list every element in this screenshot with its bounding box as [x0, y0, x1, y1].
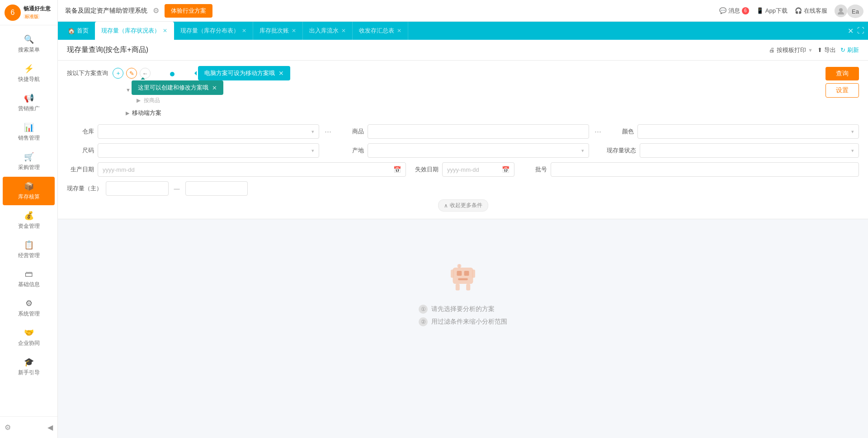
sidebar-item-guide[interactable]: 🎓 新手引导 — [3, 353, 55, 381]
stock-qty-max[interactable] — [185, 181, 248, 196]
tab-inventory-dist[interactable]: 现存量（库存分布表） ✕ — [174, 22, 253, 40]
sidebar-item-search[interactable]: 🔍 搜索菜单 — [3, 30, 55, 58]
scheme-mobile[interactable]: ▶ 移动端方案 — [126, 107, 859, 119]
experience-btn[interactable]: 体验行业方案 — [165, 4, 212, 18]
edit-scheme-btn[interactable]: ✎ — [126, 68, 137, 79]
empty-tip-1: ① 请先选择要分析的方案 — [419, 305, 507, 314]
sidebar: 6 畅通好生意 标准版 🔍 搜索菜单 ⚡ 快捷导航 📢 营销推广 📊 销售管理 … — [0, 0, 58, 438]
guide-icon: 🎓 — [24, 357, 34, 367]
sidebar-logo: 6 畅通好生意 标准版 — [0, 0, 57, 25]
message-badge: 6 — [742, 7, 749, 14]
tab-label: 收发存汇总表 — [359, 27, 394, 35]
tab-inventory-status[interactable]: 现存量（库存状况表） ✕ — [95, 22, 174, 40]
sidebar-item-finance[interactable]: 💰 资金管理 — [3, 206, 55, 235]
marketing-icon: 📢 — [24, 93, 34, 103]
collapse-sidebar-icon[interactable]: ◀ — [46, 421, 55, 433]
collapse-row: ∧ 收起更多条件 — [67, 196, 859, 212]
filter-header: 按以下方案查询 ＋ ✎ ← 电脑方案可设为移动方案哦 ✕ — [67, 68, 859, 79]
close-all-tabs-icon[interactable]: ✕ — [848, 27, 854, 35]
stock-qty-min[interactable] — [106, 181, 169, 196]
refresh-btn[interactable]: ↻ 刷新 — [840, 46, 859, 54]
svg-rect-8 — [472, 270, 475, 278]
batch-input[interactable] — [551, 162, 859, 177]
sidebar-item-sales[interactable]: 📊 销售管理 — [3, 118, 55, 146]
sidebar-item-system[interactable]: ⚙ 系统管理 — [3, 294, 55, 322]
range-separator: — — [172, 185, 182, 192]
headset-icon: 🎧 — [795, 7, 802, 14]
message-btn[interactable]: 💬 消息 6 — [719, 7, 749, 15]
sidebar-item-label: 采购管理 — [18, 164, 40, 171]
home-icon: 🏠 — [68, 28, 75, 34]
field-batch: 批号 — [520, 162, 859, 177]
sidebar-item-purchase[interactable]: 🛒 采购管理 — [3, 147, 55, 176]
avatar — [835, 5, 847, 17]
tab-close-icon[interactable]: ✕ — [397, 28, 401, 34]
sidebar-item-inventory[interactable]: 📦 库存核算 — [3, 177, 55, 205]
goods-select[interactable] — [368, 124, 589, 139]
scheme-pc[interactable]: ▼ 电脑端方案 — [126, 84, 859, 96]
sidebar-item-basic[interactable]: 🗃 基础信息 — [3, 265, 55, 293]
print-label: 按模板打印 — [777, 46, 806, 54]
tab-close-icon[interactable]: ✕ — [292, 28, 296, 34]
tab-close-icon[interactable]: ✕ — [341, 28, 346, 34]
sidebar-item-enterprise[interactable]: 🤝 企业协同 — [3, 323, 55, 352]
tip-num-2: ② — [419, 317, 428, 326]
expand-tabs-icon[interactable]: ⛶ — [857, 27, 864, 35]
warehouse-more-icon[interactable]: ··· — [325, 127, 331, 137]
sidebar-item-label: 快捷导航 — [18, 75, 40, 83]
field-expire-date: 失效日期 yyyy-mm-dd 📅 — [411, 162, 514, 177]
goods-more-icon[interactable]: ··· — [594, 127, 601, 137]
origin-select[interactable]: ▾ — [368, 143, 589, 158]
home-label: 首页 — [77, 27, 89, 35]
app-download-btn[interactable]: 📱 App下载 — [756, 7, 788, 15]
sidebar-item-label: 销售管理 — [18, 134, 40, 142]
tab-batch-account[interactable]: 库存批次账 ✕ — [253, 22, 303, 40]
add-scheme-btn[interactable]: ＋ — [113, 68, 123, 79]
edit-tooltip-close[interactable]: ✕ — [212, 85, 217, 91]
stock-qty-label: 现存量（主） — [67, 184, 102, 193]
tab-close-icon[interactable]: ✕ — [163, 28, 167, 34]
expire-date-start[interactable]: yyyy-mm-dd 📅 — [442, 162, 514, 177]
size-select[interactable]: ▾ — [98, 143, 319, 158]
field-size: 尺码 ▾ — [67, 143, 319, 158]
chevron-down-icon: ▾ — [311, 129, 314, 135]
settings-icon[interactable]: ⚙ — [153, 6, 159, 15]
sidebar-item-operation[interactable]: 📋 经营管理 — [3, 235, 55, 264]
tab-label: 现存量（库存状况表） — [101, 27, 160, 35]
purchase-icon: 🛒 — [24, 152, 34, 162]
collapse-btn[interactable]: ∧ 收起更多条件 — [438, 199, 488, 212]
tab-inout-flow[interactable]: 出入库流水 ✕ — [303, 22, 353, 40]
color-select[interactable]: ▾ — [637, 124, 859, 139]
field-prod-date: 生产日期 yyyy-mm-dd 📅 — [67, 162, 406, 177]
message-label: 消息 — [728, 7, 740, 15]
finance-icon: 💰 — [24, 211, 34, 221]
settings-bottom-icon[interactable]: ⚙ — [3, 421, 13, 433]
sidebar-bottom: ⚙ ◀ — [0, 416, 57, 438]
tab-close-icon[interactable]: ✕ — [242, 28, 246, 34]
tab-summary[interactable]: 收发存汇总表 ✕ — [353, 22, 408, 40]
sidebar-item-marketing[interactable]: 📢 营销推广 — [3, 89, 55, 117]
online-support-btn[interactable]: 🎧 在线客服 — [795, 7, 827, 15]
tab-label: 出入库流水 — [309, 27, 339, 35]
query-btn[interactable]: 查询 — [826, 67, 859, 80]
chevron-right-icon: ▼ — [126, 87, 131, 93]
chevron-down-icon: ▼ — [808, 47, 813, 53]
scheme-dot-indicator — [170, 72, 175, 76]
field-stock-status: 现存量状态 ▾ — [607, 143, 859, 158]
empty-tip-2: ② 用过滤条件来缩小分析范围 — [419, 317, 507, 326]
field-goods: 商品 — [337, 124, 589, 139]
filter-row-1: 仓库 ▾ ··· 商品 ··· — [67, 124, 859, 139]
prod-date-start[interactable]: yyyy-mm-dd 📅 — [98, 162, 406, 177]
warehouse-select[interactable]: ▾ — [98, 124, 319, 139]
stock-status-select[interactable]: ▾ — [640, 143, 859, 158]
prod-date-label: 生产日期 — [67, 165, 94, 174]
print-btn[interactable]: 🖨 按模板打印 ▼ — [769, 46, 813, 54]
export-btn[interactable]: ⬆ 导出 — [817, 46, 836, 54]
tab-home[interactable]: 🏠 首页 — [61, 22, 95, 40]
field-warehouse: 仓库 ▾ — [67, 124, 319, 139]
scheme-tooltip-close[interactable]: ✕ — [278, 70, 284, 77]
refresh-icon: ↻ — [840, 47, 845, 53]
chevron-down-icon: ▾ — [851, 129, 854, 135]
set-btn[interactable]: 设置 — [826, 83, 859, 98]
sidebar-item-quicknav[interactable]: ⚡ 快捷导航 — [3, 59, 55, 88]
